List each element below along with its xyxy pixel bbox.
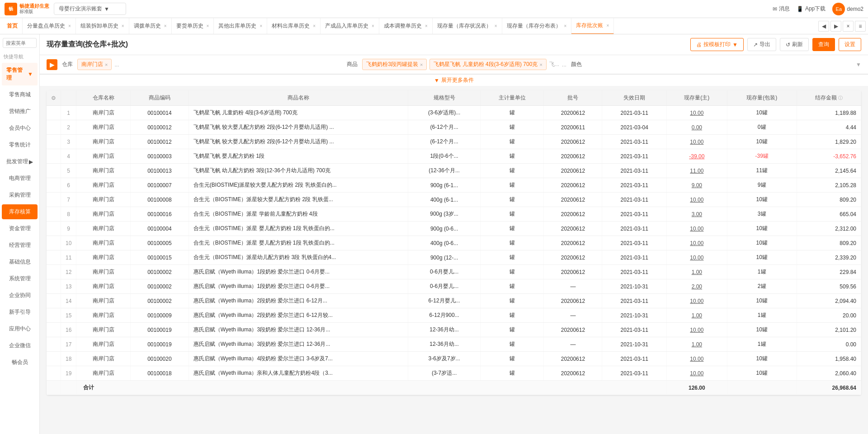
industry-selector[interactable]: 母婴行业演示账套 ▼	[54, 3, 126, 15]
tab-zuzhuang[interactable]: 组装拆卸单历史 ×	[76, 18, 129, 34]
sidebar-item-guide[interactable]: 新手引导	[2, 305, 38, 320]
sidebar-item-wxwork[interactable]: 企业微信	[2, 338, 38, 353]
expand-more-btn[interactable]: ▼ 展开更多条件	[40, 74, 868, 86]
filter-expand-btn[interactable]: ▶	[47, 59, 57, 70]
sidebar-item-appstore[interactable]: 应用中心	[2, 321, 38, 336]
table-row: 1 南岸门店 00100014 飞鹤星飞帆 儿童奶粉 4段(3-6岁适用) 70…	[47, 106, 861, 120]
print-btn[interactable]: 🖨 按模板打印 ▼	[690, 38, 744, 51]
search-input[interactable]	[3, 38, 37, 48]
sidebar-item-retail-mgmt[interactable]: 零售管理 ▼	[2, 63, 38, 85]
sidebar-item-wholesale[interactable]: 批发管理 ▶	[2, 154, 38, 169]
app-download-btn[interactable]: 📱 App下载	[797, 5, 826, 13]
cell-qty-main[interactable]: 1.00	[667, 308, 727, 323]
warehouse-more-btn[interactable]: ...	[114, 61, 119, 68]
tab-chengpin[interactable]: 产成品入库单历史 ×	[321, 18, 379, 34]
cell-qty-main[interactable]: 9.00	[667, 178, 727, 193]
product-tag-1[interactable]: 飞鹤奶粉3段丙罐提装 ×	[362, 59, 427, 70]
nav-next-btn[interactable]: ▶	[830, 21, 841, 32]
cell-unit: 罐	[481, 120, 544, 135]
product-tag-2[interactable]: 飞鹤星飞帆 儿童奶粉 4段(3-6岁适用) 700克 ×	[429, 59, 546, 70]
refresh-btn[interactable]: ↺ 刷新	[780, 38, 809, 51]
tab-home[interactable]: 首页	[2, 18, 23, 34]
cell-name: 惠氏启赋（Wyeth illuma）1段奶粉 爱尔兰进口 0-6月婴...	[189, 279, 408, 294]
sidebar-item-finance[interactable]: 资金管理	[2, 221, 38, 236]
query-btn[interactable]: 查询	[812, 38, 835, 51]
nav-close-btn[interactable]: ×	[843, 21, 854, 32]
cell-qty-main[interactable]: 10.00	[667, 352, 727, 366]
tab-diaob[interactable]: 调拨单历史 ×	[129, 18, 172, 34]
tab-xiancunliang-kcfb[interactable]: 现存量（库存分布表） ×	[502, 18, 572, 34]
tab-qita[interactable]: 其他出库单历史 ×	[214, 18, 267, 34]
cell-qty-main[interactable]: 3.00	[667, 207, 727, 222]
nav-menu-btn[interactable]: ≡	[855, 21, 866, 32]
cell-qty-main[interactable]: 1.00	[667, 337, 727, 352]
sidebar-item-ecommerce[interactable]: 电商管理	[2, 171, 38, 186]
cell-batch: —	[544, 279, 602, 294]
cell-qty-main[interactable]: 1.00	[667, 265, 727, 279]
cell-qty-main[interactable]: 10.00	[667, 323, 727, 337]
close-icon[interactable]: ×	[495, 24, 497, 28]
sidebar-item-enterprise[interactable]: 企业协同	[2, 288, 38, 303]
nav-prev-btn[interactable]: ◀	[818, 21, 829, 32]
close-icon[interactable]: ×	[259, 24, 262, 28]
footer-settings-cell	[47, 381, 61, 395]
sidebar-item-retail-stats[interactable]: 零售统计	[2, 137, 38, 152]
close-icon[interactable]: ×	[207, 24, 209, 28]
cell-qty-main[interactable]: 2.00	[667, 279, 727, 294]
cell-qty-main[interactable]: 10.00	[667, 250, 727, 265]
remove-warehouse-icon[interactable]: ×	[105, 62, 108, 67]
cell-name: 飞鹤星飞帆 较大婴儿配方奶粉 2段(6-12个月婴幼儿适用) ...	[189, 135, 408, 149]
remove-product-2-icon[interactable]: ×	[539, 62, 542, 67]
settings-btn[interactable]: 设置	[839, 38, 861, 51]
export-btn[interactable]: ↗ 导出	[747, 38, 776, 51]
sidebar-item-member[interactable]: 会员中心	[2, 121, 38, 136]
chevron-down-icon: ▼	[104, 6, 109, 12]
col-settings[interactable]: ⚙	[47, 90, 61, 106]
sidebar-item-changhui[interactable]: 畅会员	[2, 355, 38, 370]
close-icon[interactable]: ×	[372, 24, 374, 28]
sidebar-item-basic-info[interactable]: 基础信息	[2, 255, 38, 269]
cell-qty-main[interactable]: 10.00	[667, 236, 727, 250]
warehouse-tag[interactable]: 南岸门店 ×	[77, 59, 112, 70]
tab-kucunpici[interactable]: 库存批次账 ×	[571, 18, 614, 34]
cell-spec: 0-6月婴儿...	[408, 279, 481, 294]
cell-qty-main[interactable]: 10.00	[667, 294, 727, 308]
cell-qty-main[interactable]: 10.00	[667, 366, 727, 381]
sidebar-item-operations[interactable]: 经营管理	[2, 238, 38, 253]
product-ellipsis[interactable]: ...	[562, 61, 566, 68]
settings-icon[interactable]: ⚙	[51, 95, 56, 101]
product-more-btn[interactable]: 飞...	[549, 61, 559, 68]
cell-balance: 2,145.64	[797, 164, 861, 178]
sidebar-item-retail-shop[interactable]: 零售商城	[2, 87, 38, 102]
close-icon[interactable]: ×	[164, 24, 167, 28]
tab-yaohuo[interactable]: 要货单历史 ×	[172, 18, 214, 34]
sidebar-item-system[interactable]: 系统管理	[2, 271, 38, 286]
sidebar-item-inventory[interactable]: 库存核算	[2, 204, 38, 219]
cell-qty-pack: 10罐	[727, 193, 797, 207]
cell-qty-main[interactable]: 10.00	[667, 222, 727, 236]
close-icon[interactable]: ×	[68, 24, 71, 28]
sidebar-item-purchase[interactable]: 采购管理	[2, 188, 38, 203]
tab-fenliangpandian[interactable]: 分量盘点单历史 ×	[23, 18, 76, 34]
cell-settings	[47, 193, 61, 207]
cell-qty-main[interactable]: 0.00	[667, 120, 727, 135]
close-icon[interactable]: ×	[425, 24, 428, 28]
cell-qty-main[interactable]: 10.00	[667, 193, 727, 207]
remove-product-1-icon[interactable]: ×	[420, 62, 423, 67]
close-icon[interactable]: ×	[564, 24, 567, 28]
user-area[interactable]: Ea demo2	[832, 3, 863, 15]
close-icon[interactable]: ×	[122, 24, 124, 28]
sidebar-item-marketing[interactable]: 营销推广	[2, 104, 38, 119]
filter-dropdown-icon[interactable]: ▼	[856, 61, 861, 68]
cell-qty-main[interactable]: -39.00	[667, 149, 727, 164]
cell-code: 00100003	[130, 149, 189, 164]
close-icon[interactable]: ×	[606, 23, 609, 28]
tab-cailiao[interactable]: 材料出库单历史 ×	[267, 18, 321, 34]
tab-xiancunliang-kczt[interactable]: 现存量（库存状况表） ×	[433, 18, 502, 34]
tab-chengbendiaoz[interactable]: 成本调整单历史 ×	[379, 18, 433, 34]
cell-qty-main[interactable]: 10.00	[667, 135, 727, 149]
close-icon[interactable]: ×	[313, 24, 316, 28]
message-btn[interactable]: ✉ 消息	[773, 5, 790, 13]
cell-qty-main[interactable]: 10.00	[667, 106, 727, 120]
cell-qty-main[interactable]: 11.00	[667, 164, 727, 178]
